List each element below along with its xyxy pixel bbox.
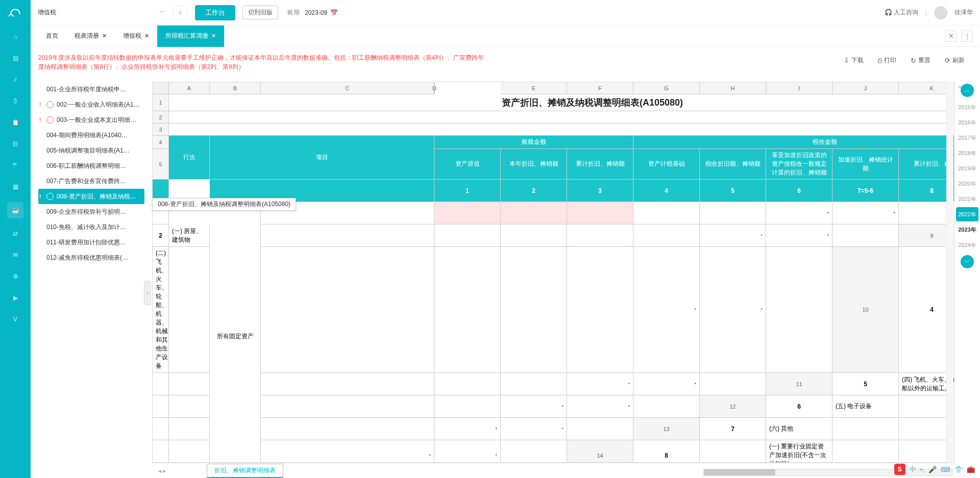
tree-item-006[interactable]: 006-职工薪酬纳税调整明细… [38,158,144,173]
ime-tool-icon[interactable]: 🧰 [967,466,975,473]
breadcrumb[interactable]: 增值税 ﹀ [38,8,165,17]
col-header[interactable]: F [567,82,633,94]
year-2020[interactable]: 2020年 [956,177,978,191]
col-header[interactable]: G [633,82,700,94]
tree-item-009[interactable]: 009-企业所得税弥补亏损明… [38,204,144,219]
tab-income-tax[interactable]: 所得税汇算清缴✕ [157,26,224,47]
video-icon[interactable]: ▶ [9,292,21,304]
sheet-tab[interactable]: 折旧、摊销调整明细表 [207,464,283,478]
reset-button[interactable]: ↻重置 [911,56,930,65]
tree-item-010[interactable]: 010-免税、减计收入及加计… [38,219,144,235]
row-header[interactable]: 1 [153,94,169,111]
chevron-down-icon: ﹀ [159,8,165,17]
tree-item-008[interactable]: 008-资产折旧、摊销及纳税… [38,189,144,204]
stamp-icon[interactable]: 〒 [9,159,21,171]
tree-item-005[interactable]: 005-纳税调整项目明细表(A1… [38,143,144,158]
tree-item-007[interactable]: 007-广告费和业务宣传费跨… [38,173,144,189]
period-label: 账期 [287,8,300,17]
col-header[interactable]: J [832,82,899,94]
inbox-icon[interactable]: ⊟ [9,138,21,150]
header-c6: 享受加速折旧政策的资产按税收一般规定计算的折旧、摊销额 [766,149,832,180]
reset-icon: ↻ [911,57,916,64]
tax-icon[interactable]: ☕ [7,202,23,218]
row-header[interactable]: 4 [153,136,169,149]
row-header[interactable]: 5 [153,149,169,180]
settings-icon[interactable]: ⚙ [9,270,21,283]
tree-item-003[interactable]: 003-一般企业成本支出明细… [38,112,144,128]
vertical-scrollbar[interactable] [946,82,953,463]
tabs-bar: 首页 税表清册✕ 增值税✕ 所得税汇算清缴✕ ✕ ⋮ [31,26,980,47]
col-header[interactable]: H [700,82,766,94]
col-header[interactable]: B [210,82,261,94]
print-button[interactable]: ⎙打印 [878,56,896,65]
category-cell[interactable]: 所有固定资产 [210,202,261,463]
breadcrumb-text: 增值税 [38,8,56,17]
tree-tooltip: 008-资产折旧、摊销及纳税调整明细表(A105080) [152,198,296,211]
year-2024[interactable]: 2024年 [956,238,978,252]
close-all-button[interactable]: ✕ [945,31,957,42]
tree-item-004[interactable]: 004-期间费用明细表(A1040… [38,128,144,143]
year-selector: ︿ 2015年 2016年 2017年 2018年 2019年 2020年 20… [954,82,980,270]
home-icon[interactable]: ⌂ [9,31,21,43]
year-2022[interactable]: 2022年 [956,207,978,221]
tree-item-002[interactable]: 002-一般企业收入明细表(A1… [38,97,144,112]
year-2023[interactable]: 2023年 [956,222,978,237]
ime-punct-icon[interactable]: •, [920,466,924,473]
row-header[interactable]: 2 [153,111,169,123]
mail-icon[interactable]: ✉ [9,249,21,261]
topbar: 增值税 ﹀ ≡ 工作台 切到旧版 账期 2023-09 📅 🎧 人工咨询 | 徐… [31,0,980,26]
period-value: 2023-09 [305,9,327,16]
sheet-nav-prev[interactable]: ◂ ▸ [158,467,166,474]
ime-logo-icon[interactable]: S [894,464,905,475]
transfer-icon[interactable]: ⇄ [9,228,21,240]
report-icon[interactable]: ⫽ [9,73,21,86]
row-header[interactable]: 3 [153,123,169,136]
avatar[interactable] [934,6,947,19]
tree-item-012[interactable]: 012-减免所得税优惠明细表(… [38,250,144,265]
switch-old-button[interactable]: 切到旧版 [242,6,278,19]
ime-mode[interactable]: 中 [910,465,916,474]
year-down-icon[interactable]: ﹀ [961,255,974,268]
year-2016[interactable]: 2016年 [956,115,978,130]
tab-vat[interactable]: 增值税✕ [115,26,157,47]
ime-mic-icon[interactable]: 🎤 [928,466,937,473]
year-2018[interactable]: 2018年 [956,146,978,160]
year-2019[interactable]: 2019年 [956,161,978,175]
more-button[interactable]: ⋮ [962,31,973,42]
col-header[interactable]: I [766,82,832,94]
app-logo-icon[interactable] [0,0,31,26]
col-header[interactable]: A [169,82,210,94]
year-2017[interactable]: 2017年 [956,131,978,145]
col-header[interactable]: D [434,82,435,94]
col-header[interactable]: C [261,82,434,94]
v-icon[interactable]: V [9,313,21,325]
tree-item-001[interactable]: 001-企业所得税年度纳税申… [38,82,144,97]
money-icon[interactable]: ₿ [9,95,21,107]
scrollbar-thumb[interactable] [704,469,775,475]
close-icon[interactable]: ✕ [102,33,107,39]
year-2015[interactable]: 2015年 [956,100,978,114]
tab-taxlist[interactable]: 税表清册✕ [66,26,115,47]
sheet-tabs-bar: ◂ ▸ 折旧、摊销调整明细表 [152,463,954,478]
chart-icon[interactable]: ▦ [9,181,21,193]
ime-skin-icon[interactable]: 👕 [954,466,963,473]
finance-icon[interactable]: ▤ [9,52,21,64]
consult-link[interactable]: 🎧 人工咨询 [885,8,918,17]
close-icon[interactable]: ✕ [211,33,216,39]
collapse-tree-handle[interactable]: ‹ [144,281,151,305]
clipboard-icon[interactable]: 📋 [9,116,21,129]
list-icon[interactable]: ≡ [173,5,188,20]
page-actions: ⇩下载 ⎙打印 ↻重置 ⟳刷新 [844,56,965,65]
refresh-button[interactable]: ⟳刷新 [945,56,965,65]
ime-keyboard-icon[interactable]: ⌨ [941,466,950,473]
tab-home[interactable]: 首页 [38,26,66,47]
year-up-icon[interactable]: ︿ [961,84,974,97]
col-header[interactable]: E [501,82,567,94]
calendar-icon[interactable]: 📅 [330,9,338,16]
workspace-button[interactable]: 工作台 [195,5,235,20]
close-icon[interactable]: ✕ [144,33,149,39]
header-c7: 加速折旧、摊销统计额 [832,149,899,180]
tree-item-011[interactable]: 011-研发费用加计扣除优惠… [38,235,144,250]
year-2021[interactable]: 2021年 [956,192,978,206]
download-button[interactable]: ⇩下载 [844,56,864,65]
